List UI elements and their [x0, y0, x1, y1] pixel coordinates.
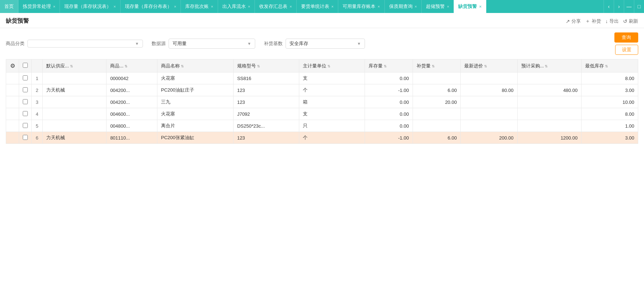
- tab-minimize-button[interactable]: —: [624, 0, 634, 13]
- tab-inventory-status[interactable]: 现存量（库存状况表）×: [60, 0, 120, 13]
- tab-maximize-button[interactable]: □: [634, 0, 644, 13]
- datasource-select[interactable]: 可用量 ▼: [169, 39, 255, 49]
- replenish-basis-chevron-icon: ▼: [357, 41, 361, 46]
- cell-name: PC200张紧油缸: [157, 132, 234, 144]
- cell-latest_price: [461, 72, 517, 84]
- cell-spec: SS816: [233, 72, 299, 84]
- col-header-latest_price[interactable]: 最新进价⇅: [461, 59, 517, 72]
- tab-close-inout-flow[interactable]: ×: [248, 4, 250, 9]
- tab-nav-buttons: ‹ › — □: [604, 0, 644, 13]
- row-checkbox-4[interactable]: [23, 123, 28, 128]
- tab-close-shortage[interactable]: ×: [479, 4, 481, 9]
- cell-unit: 只: [299, 120, 365, 132]
- cell-stock: -1.00: [365, 132, 413, 144]
- col-header-sku[interactable]: 商品...⇅: [106, 59, 157, 72]
- row-checkbox-cell: [19, 96, 32, 108]
- row-checkbox-1[interactable]: [23, 87, 28, 92]
- tab-close-refine-exception[interactable]: ×: [53, 4, 55, 9]
- row-checkbox-cell: [19, 108, 32, 120]
- tab-demand-stats[interactable]: 要货单统计表×: [297, 0, 338, 13]
- replenish-button[interactable]: ＋补货: [585, 18, 601, 25]
- cell-min_stock: 10.00: [581, 96, 638, 108]
- tab-expiry-query[interactable]: 保质期查询×: [385, 0, 422, 13]
- row-checkbox-5[interactable]: [23, 135, 28, 140]
- col-header-est_purchase[interactable]: 预计采购...⇅: [517, 59, 581, 72]
- tab-available-ledger[interactable]: 可用量库存账本×: [338, 0, 384, 13]
- row-gear-cell: [6, 84, 19, 96]
- tab-home[interactable]: 首页: [0, 0, 18, 13]
- cell-est_purchase: [517, 72, 581, 84]
- select-all-checkbox[interactable]: [23, 63, 28, 68]
- cell-replenish: [413, 120, 461, 132]
- cell-est_purchase: [517, 120, 581, 132]
- row-seq: 1: [32, 72, 43, 84]
- replenish-label: 补货: [592, 18, 601, 25]
- col-header-name[interactable]: 商品名称⇅: [157, 59, 234, 72]
- cell-name: 离合片: [157, 120, 234, 132]
- cell-stock: 0.00: [365, 108, 413, 120]
- cell-supplier: 力天机械: [43, 132, 106, 144]
- table-container: ⚙默认供应...⇅商品...⇅商品名称⇅规格型号⇅主计量单位⇅库存量⇅补货量⇅最…: [0, 59, 644, 144]
- row-seq: 5: [32, 120, 43, 132]
- cell-unit: 支: [299, 72, 365, 84]
- cell-replenish: 6.00: [413, 84, 461, 96]
- datasource-filter-group: 数据源 可用量 ▼: [152, 39, 255, 49]
- col-header-stock[interactable]: 库存量⇅: [365, 59, 413, 72]
- tab-overstock[interactable]: 超储预警×: [422, 0, 454, 13]
- cell-spec: DS250*23c...: [233, 120, 299, 132]
- cell-supplier: [43, 120, 106, 132]
- tab-close-receive-summary[interactable]: ×: [290, 4, 292, 9]
- tab-close-available-ledger[interactable]: ×: [378, 4, 380, 9]
- tab-shortage[interactable]: 缺货预警×: [454, 0, 486, 13]
- tab-inout-flow[interactable]: 出入库流水×: [218, 0, 255, 13]
- tab-refine-exception[interactable]: 拣货异常处理×: [18, 0, 60, 13]
- export-button[interactable]: ↓导出: [605, 18, 619, 25]
- tab-next-button[interactable]: ›: [614, 0, 624, 13]
- tab-bar: 首页拣货异常处理×现存量（库存状况表）×现存量（库存分布表）×库存批次账×出入库…: [0, 0, 644, 13]
- tab-prev-button[interactable]: ‹: [604, 0, 614, 13]
- replenish-basis-select[interactable]: 安全库存 ▼: [286, 39, 365, 49]
- col-header-min_stock[interactable]: 最低库存⇅: [581, 59, 638, 72]
- cell-supplier: 力天机械: [43, 84, 106, 96]
- gear-settings-icon[interactable]: ⚙: [10, 63, 15, 69]
- category-select[interactable]: ▼: [27, 40, 143, 48]
- cell-sku: 801110...: [106, 132, 157, 144]
- page-title: 缺货预警: [6, 17, 29, 25]
- settings-button[interactable]: 设置: [615, 45, 638, 55]
- row-gear-cell: [6, 132, 19, 144]
- row-checkbox-3[interactable]: [23, 111, 28, 116]
- cell-latest_price: 80.00: [461, 84, 517, 96]
- tab-close-inventory-status[interactable]: ×: [113, 4, 116, 9]
- cell-sku: 004200...: [106, 84, 157, 96]
- tab-receive-summary[interactable]: 收发存汇总表×: [255, 0, 296, 13]
- cell-unit: 个: [299, 84, 365, 96]
- col-header-spec[interactable]: 规格型号⇅: [233, 59, 299, 72]
- row-checkbox-0[interactable]: [23, 75, 28, 80]
- table-row: 3004200...三九123箱0.0020.0010.00: [6, 96, 638, 108]
- export-icon: ↓: [605, 18, 608, 24]
- col-header-replenish[interactable]: 补货量⇅: [413, 59, 461, 72]
- cell-est_purchase: [517, 108, 581, 120]
- tab-close-overstock[interactable]: ×: [447, 4, 449, 9]
- cell-est_purchase: 1200.00: [517, 132, 581, 144]
- tab-batch-ledger[interactable]: 库存批次账×: [181, 0, 218, 13]
- refresh-icon: ↺: [623, 18, 627, 24]
- refresh-button[interactable]: ↺刷新: [623, 18, 638, 25]
- row-seq: 2: [32, 84, 43, 96]
- tab-close-batch-ledger[interactable]: ×: [211, 4, 213, 9]
- share-button[interactable]: ↗分享: [566, 18, 581, 25]
- tab-close-demand-stats[interactable]: ×: [331, 4, 334, 9]
- row-seq: 4: [32, 108, 43, 120]
- cell-stock: 0.00: [365, 72, 413, 84]
- tab-inventory-dist[interactable]: 现存量（库存分布表）×: [121, 0, 181, 13]
- col-header-unit[interactable]: 主计量单位⇅: [299, 59, 365, 72]
- col-header-supplier[interactable]: 默认供应...⇅: [43, 59, 106, 72]
- tab-close-inventory-dist[interactable]: ×: [174, 4, 176, 9]
- sort-icon-sku: ⇅: [125, 64, 127, 68]
- cell-unit: 个: [299, 132, 365, 144]
- tab-close-expiry-query[interactable]: ×: [415, 4, 417, 9]
- row-checkbox-cell: [19, 72, 32, 84]
- cell-est_purchase: [517, 96, 581, 108]
- query-button[interactable]: 查询: [614, 32, 638, 43]
- row-checkbox-2[interactable]: [23, 99, 28, 104]
